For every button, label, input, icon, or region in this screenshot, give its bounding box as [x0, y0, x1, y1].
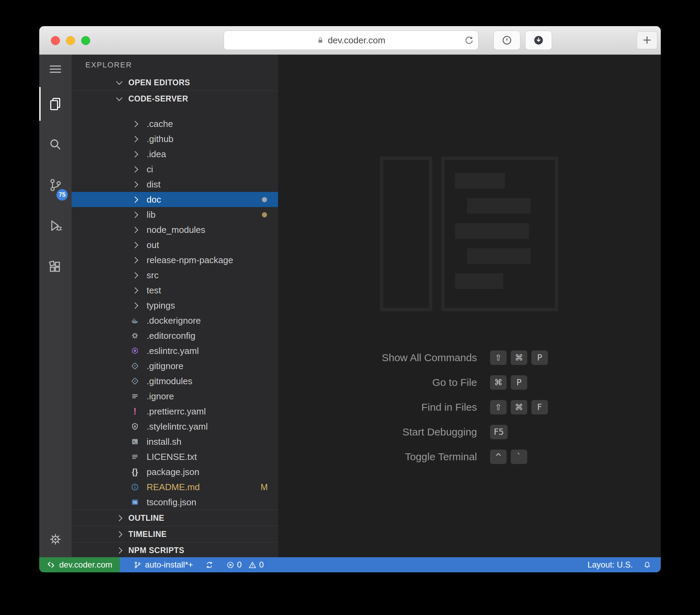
watermark-editor-shape: [441, 157, 558, 311]
tree-item[interactable]: .eslintrc.yaml: [72, 343, 278, 358]
close-window-button[interactable]: [51, 36, 60, 45]
chevron-right-icon: [128, 167, 142, 172]
chevron-down-icon: [116, 78, 122, 85]
tree-item[interactable]: TStsconfig.json: [72, 495, 278, 510]
tree-item[interactable]: .gitmodules: [72, 374, 278, 389]
section-open-editors[interactable]: OPEN EDITORS: [72, 75, 278, 90]
reload-icon[interactable]: [464, 36, 474, 45]
keycap: ^: [490, 450, 507, 464]
tree-item[interactable]: node_modules: [72, 222, 278, 237]
chevron-right-icon: [128, 182, 142, 187]
chevron-right-icon: [128, 243, 142, 247]
tree-item[interactable]: test: [72, 283, 278, 298]
git-icon: [128, 362, 142, 370]
section-label: OUTLINE: [128, 514, 164, 523]
keyboard-layout-indicator[interactable]: Layout: U.S.: [587, 560, 633, 570]
keycap: P: [511, 375, 527, 390]
extensions-icon: [47, 258, 63, 274]
sidebar-title: EXPLORER: [72, 55, 278, 75]
tree-item-label: .stylelintrc.yaml: [147, 421, 208, 432]
tree-item-label: dist: [147, 179, 160, 190]
tree-item[interactable]: .gitignore: [72, 358, 278, 374]
activity-debug-button[interactable]: [39, 205, 72, 246]
tree-item[interactable]: src: [72, 268, 278, 283]
settings-gear-icon: [48, 532, 63, 547]
section-timeline[interactable]: TIMELINE: [72, 526, 278, 542]
status-bar: dev.coder.com auto-install*+ 0 0 Layout:…: [39, 557, 661, 572]
activity-source-control-button[interactable]: 75: [39, 165, 72, 205]
tree-item[interactable]: ci: [72, 162, 278, 177]
tree-item-label: typings: [147, 300, 175, 311]
activity-search-button[interactable]: [39, 124, 72, 165]
remote-host-label: dev.coder.com: [59, 560, 112, 570]
download-button[interactable]: [525, 31, 552, 50]
tree-item[interactable]: release-npm-package: [72, 252, 278, 268]
branch-indicator[interactable]: auto-install*+: [134, 560, 193, 570]
tree-item-label: doc: [147, 194, 161, 205]
tree-item[interactable]: README.mdM: [72, 479, 278, 495]
gear-icon: [128, 332, 142, 340]
menu-button[interactable]: [39, 55, 72, 84]
section-label: CODE-SERVER: [128, 94, 188, 104]
problems-indicator[interactable]: 0 0: [226, 560, 268, 570]
tree-item[interactable]: .stylelintrc.yaml: [72, 419, 278, 434]
zoom-window-button[interactable]: [81, 36, 90, 45]
tree-item[interactable]: .cache: [72, 116, 278, 131]
tree-item-label: src: [147, 270, 159, 281]
tree-item-label: out: [147, 240, 159, 250]
keycap: ⌘: [490, 375, 507, 390]
tree-item[interactable]: !.prettierrc.yaml: [72, 404, 278, 419]
shortcut-row: Show All Commands ⇧⌘P: [278, 350, 661, 366]
text-icon: [128, 453, 142, 461]
tree-item-label: .ignore: [147, 391, 174, 402]
section-npm-scripts[interactable]: NPM SCRIPTS: [72, 542, 278, 557]
new-tab-button[interactable]: +: [637, 31, 657, 49]
section-outline[interactable]: OUTLINE: [72, 510, 278, 526]
bell-icon[interactable]: [643, 561, 651, 569]
tree-item[interactable]: .ignore: [72, 389, 278, 404]
tree-item[interactable]: out: [72, 237, 278, 252]
tree-item[interactable]: {}package.json: [72, 464, 278, 479]
stylelint-icon: [128, 422, 142, 431]
tree-item[interactable]: .idea: [72, 147, 278, 162]
tree-item-label: test: [147, 285, 161, 296]
sidebar-bottom-sections: OUTLINE TIMELINE NPM SCRIPTS: [72, 510, 278, 557]
tree-item[interactable]: LICENSE.txt: [72, 449, 278, 464]
chevron-right-icon: [128, 213, 142, 217]
editor-area: Show All Commands ⇧⌘P Go to File ⌘P Find…: [278, 55, 661, 557]
tree-item-label: tsconfig.json: [147, 497, 197, 508]
tree-item[interactable]: .editorconfig: [72, 328, 278, 343]
browser-action-button[interactable]: [494, 31, 520, 50]
keycap: ⌘: [511, 350, 527, 365]
minimize-window-button[interactable]: [66, 36, 75, 45]
activity-extensions-button[interactable]: [39, 246, 72, 287]
chevron-right-icon: [128, 273, 142, 278]
tree-item[interactable]: .dockerignore: [72, 313, 278, 328]
chevron-right-icon: [116, 547, 122, 553]
browser-titlebar: dev.coder.com +: [39, 26, 661, 55]
address-bar[interactable]: dev.coder.com: [224, 31, 478, 50]
file-tree: .cache .github .idea ci dist doc lib nod…: [72, 107, 278, 510]
tree-item-label: .editorconfig: [147, 331, 195, 341]
keycap: ⇧: [490, 350, 507, 365]
chevron-right-icon: [116, 515, 122, 521]
tree-item[interactable]: lib: [72, 207, 278, 222]
chevron-right-icon: [128, 152, 142, 157]
tree-item-label: package.json: [147, 467, 199, 477]
section-label: NPM SCRIPTS: [128, 546, 184, 555]
circled-bar-icon: [502, 35, 512, 45]
settings-button[interactable]: [39, 521, 72, 557]
git-status-badge: M: [261, 482, 268, 492]
section-workspace[interactable]: CODE-SERVER: [72, 90, 278, 107]
tree-item[interactable]: typings: [72, 298, 278, 313]
activity-explorer-button[interactable]: [39, 84, 72, 124]
tree-item[interactable]: install.sh: [72, 434, 278, 449]
tree-item-selected[interactable]: doc: [72, 192, 278, 207]
section-label: TIMELINE: [128, 530, 167, 539]
tree-item[interactable]: dist: [72, 177, 278, 192]
sync-button[interactable]: [205, 561, 213, 569]
tree-item[interactable]: .github: [72, 131, 278, 147]
remote-indicator[interactable]: dev.coder.com: [39, 557, 120, 572]
chevron-right-icon: [128, 228, 142, 232]
shortcut-row: Find in Files ⇧⌘F: [278, 399, 661, 415]
